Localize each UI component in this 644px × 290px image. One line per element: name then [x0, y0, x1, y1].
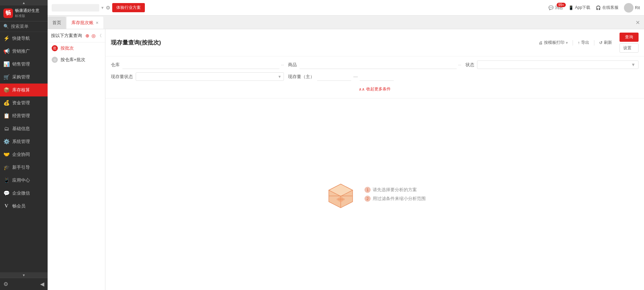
operations-icon: 📋: [3, 113, 10, 119]
refresh-btn[interactable]: ↺ 刷新: [597, 38, 614, 47]
topbar-dropdown-icon[interactable]: ▾: [101, 5, 104, 10]
sidebar-item-inventory[interactable]: 📦 库存核算: [0, 84, 48, 96]
collapse-panel-icon[interactable]: 《: [98, 33, 102, 39]
sidebar-nav: ⚡ 快捷导航 📢 营销推广 📊 销售管理 🛒 采购管理 📦 库存核算 💰 资金管…: [0, 32, 48, 272]
product-input[interactable]: [300, 61, 457, 69]
sales-icon: 📊: [3, 61, 10, 67]
export-btn[interactable]: ↑ 导出: [576, 38, 591, 47]
sidebar-item-newbie[interactable]: 🎓 新手引导: [0, 161, 48, 174]
collapse-more-btn[interactable]: ∧∧ 收起更多条件: [111, 84, 639, 94]
topbar-right: 💬 消息 99+ 📱 App下载 🎧 在线客服 Rit: [548, 3, 640, 13]
newbie-icon: 🎓: [3, 164, 10, 170]
logo-name: 畅康通好生意: [15, 8, 39, 14]
print-template-btn[interactable]: 🖨 按模板打印 ▾: [537, 38, 570, 47]
sidebar-scroll-down[interactable]: ▼: [0, 272, 48, 278]
status-select-arrow: ▼: [631, 62, 635, 67]
topbar-left: ▾ ⚙ 体验行业方案: [52, 3, 546, 12]
headset-icon: 🎧: [596, 5, 601, 10]
content: 按以下方案查询 ⊕ ◎ 《 批 按批次 ⊙ 按仓库+批次 现存量查询(按批次): [48, 29, 644, 290]
query-btn[interactable]: 查询: [620, 33, 639, 42]
filter-row-1: 仓库 ··· 商品 ··· 状态 ▼: [111, 60, 639, 69]
left-panel-header: 按以下方案查询 ⊕ ◎ 《: [48, 29, 105, 42]
sidebar-item-quick-nav[interactable]: ⚡ 快捷导航: [0, 32, 48, 45]
stock-qty-from-input[interactable]: [317, 73, 351, 81]
inventory-icon: 📦: [3, 87, 10, 93]
page-title: 现存量查询(按批次): [111, 39, 161, 47]
tab-inventory-batch[interactable]: 库存批次账 ✕: [67, 17, 103, 29]
scheme-by-warehouse-batch[interactable]: ⊙ 按仓库+批次: [48, 54, 105, 66]
sidebar-logo: 畅 畅康通好生意 标准版: [0, 5, 48, 21]
stock-status-select[interactable]: ▾: [136, 72, 284, 81]
sidebar-item-system[interactable]: ⚙️ 系统管理: [0, 135, 48, 148]
sidebar-item-vip[interactable]: V 畅会员: [0, 200, 48, 213]
sidebar-item-marketing[interactable]: 📢 营销推广: [0, 45, 48, 58]
right-panel: 现存量查询(按批次) 🖨 按模板打印 ▾ ↑ 导出 ↺ 刷: [105, 29, 644, 290]
tab-close-icon[interactable]: ✕: [96, 21, 99, 25]
scheme-batch-icon: 批: [52, 45, 58, 51]
enterprise-icon: 🤝: [3, 151, 10, 158]
sidebar-item-operations[interactable]: 📋 经营管理: [0, 109, 48, 122]
settings-btn[interactable]: 设置: [620, 43, 639, 53]
sidebar-item-label: 畅会员: [12, 203, 44, 209]
wechat-icon: 💬: [3, 190, 10, 196]
collapse-more-icon: ∧∧: [359, 87, 365, 92]
product-field: 商品 ···: [288, 61, 461, 69]
sidebar-item-label: 系统管理: [12, 139, 44, 145]
sidebar-item-app[interactable]: 📱 应用中心: [0, 174, 48, 187]
stock-status-label: 现存量状态: [111, 74, 133, 80]
stock-qty-label: 现存量（主）: [288, 74, 315, 80]
sidebar-item-finance[interactable]: 💰 资金管理: [0, 96, 48, 109]
warehouse-more-icon[interactable]: ···: [281, 63, 284, 67]
experience-btn[interactable]: 体验行业方案: [112, 3, 145, 12]
logo-version: 标准版: [15, 14, 39, 18]
tip1-num: 1: [365, 187, 371, 193]
left-panel-title: 按以下方案查询: [51, 33, 82, 39]
online-service-btn[interactable]: 🎧 在线客服: [596, 5, 618, 11]
sidebar-item-purchase[interactable]: 🛒 采购管理: [0, 71, 48, 84]
logo-icon: 畅: [3, 8, 13, 18]
print-dropdown-icon[interactable]: ▾: [566, 40, 568, 45]
main-area: ▾ ⚙ 体验行业方案 💬 消息 99+ 📱 App下载 🎧 在线客服 Rit: [48, 0, 644, 290]
empty-tips: 1 请先选择要分析的方案 2 用过滤条件来缩小分析范围: [365, 187, 426, 202]
scheme-warehouse-label: 按仓库+批次: [61, 57, 85, 63]
topbar-search-box[interactable]: [52, 4, 99, 12]
scheme-by-batch[interactable]: 批 按批次: [48, 42, 105, 54]
separator1: [573, 40, 573, 46]
collapse-sidebar-icon[interactable]: ◀: [40, 281, 44, 287]
app-download-btn[interactable]: 📱 App下载: [569, 5, 590, 11]
user-area[interactable]: Rit: [624, 3, 640, 13]
message-badge: 99+: [557, 3, 566, 7]
warehouse-input[interactable]: [122, 61, 279, 69]
message-btn[interactable]: 💬 消息 99+: [548, 5, 563, 11]
sidebar-search[interactable]: 🔍 搜索菜单: [0, 21, 48, 32]
empty-tip-1: 1 请先选择要分析的方案: [365, 187, 426, 193]
sidebar-item-wechat[interactable]: 💬 企业微信: [0, 187, 48, 200]
sidebar-item-enterprise[interactable]: 🤝 企业协同: [0, 148, 48, 161]
system-icon: ⚙️: [3, 139, 10, 145]
app-download-icon: 📱: [569, 5, 574, 10]
sidebar-item-label: 快捷导航: [12, 35, 44, 41]
sidebar-item-sales[interactable]: 📊 销售管理: [0, 58, 48, 71]
filter-area: 仓库 ··· 商品 ··· 状态 ▼: [105, 56, 644, 98]
empty-tip-2: 2 用过滤条件来缩小分析范围: [365, 196, 426, 202]
sidebar-item-label: 企业协同: [12, 151, 44, 158]
product-more-icon[interactable]: ···: [458, 63, 461, 67]
settings-scheme-icon[interactable]: ◎: [91, 33, 96, 38]
scheme-batch-label: 按批次: [61, 45, 74, 51]
settings-bottom-icon[interactable]: ⚙: [3, 281, 8, 287]
stock-qty-to-input[interactable]: [360, 73, 394, 81]
sidebar-scroll-up[interactable]: ▲: [0, 0, 48, 5]
add-scheme-icon[interactable]: ⊕: [85, 33, 89, 38]
refresh-icon: ↺: [599, 40, 603, 45]
status-select[interactable]: ▼: [477, 60, 639, 69]
topbar-gear-icon[interactable]: ⚙: [106, 5, 110, 11]
collapse-more-label: 收起更多条件: [366, 86, 391, 92]
status-field: 状态 ▼: [465, 60, 639, 69]
page-header: 现存量查询(按批次) 🖨 按模板打印 ▾ ↑ 导出 ↺ 刷: [105, 29, 644, 56]
tab-bar-close-btn[interactable]: ✕: [635, 19, 640, 25]
tab-home[interactable]: 首页: [48, 17, 66, 29]
vip-icon: V: [3, 203, 10, 209]
separator2: [594, 40, 594, 46]
sidebar-item-base[interactable]: 🗂 基础信息: [0, 122, 48, 135]
tab-bar: 首页 库存批次账 ✕ ✕: [48, 16, 644, 29]
